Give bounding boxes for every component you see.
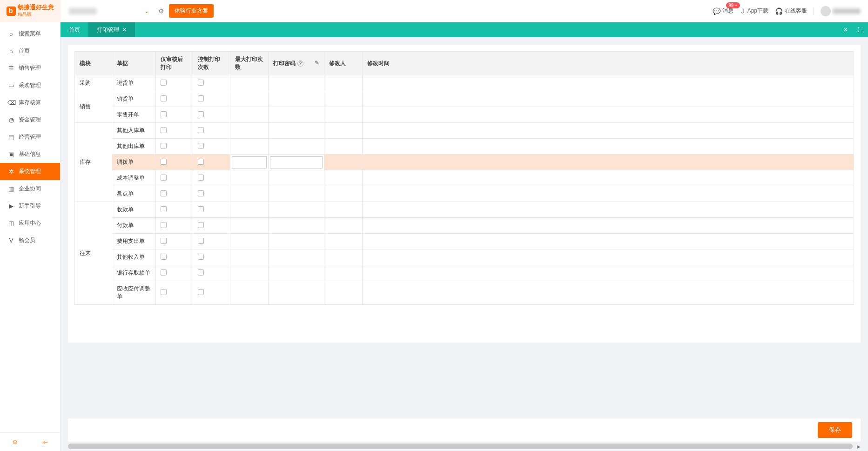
password-cell — [269, 202, 324, 218]
checkbox[interactable] — [198, 269, 204, 276]
approved-only-cell — [156, 281, 193, 305]
sidebar-item-system-mgmt[interactable]: ✲系统管理 — [0, 163, 60, 180]
modified-at-cell — [363, 139, 854, 155]
sidebar-item-label: 采购管理 — [19, 81, 41, 89]
scroll-right-icon[interactable]: ▶ — [856, 444, 861, 449]
close-icon[interactable]: ✕ — [122, 27, 127, 33]
modified-at-cell — [363, 265, 854, 281]
help-icon[interactable]: ? — [297, 61, 303, 67]
control-count-cell — [193, 91, 230, 107]
sales-mgmt-icon: ☰ — [7, 65, 15, 72]
sidebar-item-guide[interactable]: ▶新手引导 — [0, 197, 60, 215]
fullscreen-icon-button[interactable]: ⛶ — [853, 22, 868, 37]
sidebar-item-inventory[interactable]: ⌫库存核算 — [0, 94, 60, 111]
checkbox[interactable] — [161, 127, 167, 133]
table-card: 模块 单据 仅审核后打印 控制打印次数 最大打印次数 打印密码 ? — [68, 45, 861, 343]
sidebar-item-label: 销售管理 — [19, 64, 41, 72]
sidebar-item-sales-mgmt[interactable]: ☰销售管理 — [0, 60, 60, 77]
doc-cell: 费用支出单 — [112, 234, 156, 249]
checkbox[interactable] — [198, 127, 204, 133]
horizontal-scrollbar[interactable]: ◀ ▶ — [68, 444, 861, 449]
checkbox[interactable] — [161, 175, 167, 181]
topbar: 畅捷通好生意 精品版 ⌄ ⚙ 体验行业方案 💬 消息 99 + ⇩ App下载 … — [0, 0, 868, 22]
org-selector[interactable]: ⌄ — [61, 8, 154, 14]
table-row: 银行存取款单 — [75, 265, 854, 281]
tab-print-mgmt[interactable]: 打印管理 ✕ — [88, 22, 135, 37]
checkbox[interactable] — [198, 238, 204, 244]
checkbox[interactable] — [198, 80, 204, 86]
sidebar-item-search-menu[interactable]: ⌕搜索菜单 — [0, 25, 60, 42]
password-cell — [269, 234, 324, 249]
download-icon: ⇩ — [740, 7, 746, 15]
checkbox[interactable] — [198, 175, 204, 181]
module-cell: 往来 — [75, 202, 112, 305]
checkbox[interactable] — [198, 159, 204, 165]
password-input[interactable] — [270, 156, 323, 168]
checkbox[interactable] — [161, 111, 167, 117]
checkbox[interactable] — [161, 190, 167, 196]
checkbox[interactable] — [161, 222, 167, 228]
checkbox[interactable] — [161, 269, 167, 276]
save-button[interactable]: 保存 — [818, 422, 852, 438]
checkbox[interactable] — [198, 111, 204, 117]
messages-button[interactable]: 💬 消息 99 + — [713, 7, 733, 15]
checkbox[interactable] — [198, 206, 204, 212]
sidebar-item-operations[interactable]: ▤经营管理 — [0, 128, 60, 146]
doc-cell: 调拨单 — [112, 155, 156, 170]
industry-plan-button[interactable]: 体验行业方案 — [169, 4, 214, 18]
brand-logo: 畅捷通好生意 精品版 — [0, 0, 61, 22]
user-menu[interactable] — [821, 6, 861, 16]
approved-only-cell — [156, 265, 193, 281]
tab-close-all-button[interactable]: ✕ — [838, 22, 853, 37]
sidebar-item-label: 基础信息 — [19, 150, 41, 158]
checkbox[interactable] — [161, 254, 167, 260]
sidebar-item-purchase-mgmt[interactable]: ▭采购管理 — [0, 77, 60, 94]
inventory-icon: ⌫ — [7, 99, 15, 106]
tab-home-label: 首页 — [69, 26, 80, 34]
sidebar-item-home[interactable]: ⌂首页 — [0, 42, 60, 60]
control-count-cell — [193, 186, 230, 202]
checkbox[interactable] — [161, 159, 167, 165]
checkbox[interactable] — [161, 206, 167, 212]
sidebar-item-basic-info[interactable]: ▣基础信息 — [0, 146, 60, 163]
settings-icon-button[interactable]: ⚙ — [0, 433, 30, 451]
checkbox[interactable] — [198, 95, 204, 101]
table-row: 其他出库单 — [75, 139, 854, 155]
max-count-input[interactable] — [232, 156, 267, 168]
doc-cell: 销货单 — [112, 91, 156, 107]
checkbox[interactable] — [161, 238, 167, 244]
sidebar-item-label: 搜索菜单 — [19, 30, 41, 38]
collapse-icon-button[interactable]: ⇤ — [30, 433, 61, 451]
checkbox[interactable] — [198, 222, 204, 228]
control-count-cell — [193, 139, 230, 155]
edit-icon[interactable]: ✎ — [315, 60, 319, 66]
sidebar-item-vip[interactable]: V畅会员 — [0, 232, 60, 249]
tab-home[interactable]: 首页 — [61, 22, 88, 37]
modifier-cell — [324, 91, 363, 107]
online-service-button[interactable]: 🎧 在线客服 — [775, 7, 807, 15]
th-modifier: 修改人 — [324, 52, 363, 75]
checkbox[interactable] — [161, 80, 167, 86]
approved-only-cell — [156, 170, 193, 186]
app-download-button[interactable]: ⇩ App下载 — [740, 7, 768, 15]
modified-at-cell — [363, 155, 854, 170]
sidebar-item-app-center[interactable]: ◫应用中心 — [0, 215, 60, 232]
max-count-cell — [230, 170, 269, 186]
modifier-cell — [324, 249, 363, 265]
checkbox[interactable] — [198, 254, 204, 260]
checkbox[interactable] — [198, 143, 204, 149]
checkbox[interactable] — [198, 190, 204, 196]
sidebar-item-funds[interactable]: ◔资金管理 — [0, 111, 60, 128]
checkbox[interactable] — [198, 289, 204, 295]
modifier-cell — [324, 170, 363, 186]
checkbox[interactable] — [161, 289, 167, 295]
table-row: 付款单 — [75, 218, 854, 234]
control-count-cell — [193, 281, 230, 305]
max-count-cell — [230, 265, 269, 281]
checkbox[interactable] — [161, 95, 167, 101]
scrollbar-thumb[interactable] — [68, 444, 853, 449]
sidebar-item-enterprise[interactable]: ▥企业协同 — [0, 180, 60, 197]
table-row: 其他收入单 — [75, 249, 854, 265]
gear-icon[interactable]: ⚙ — [158, 7, 164, 15]
checkbox[interactable] — [161, 143, 167, 149]
